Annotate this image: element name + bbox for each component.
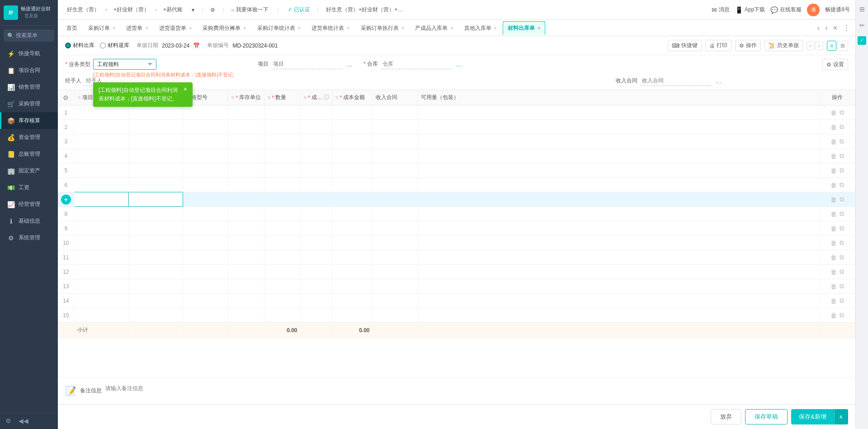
topbar-service[interactable]: 💬 在线客服 (770, 6, 802, 14)
tab-close-icon[interactable]: × (494, 25, 497, 31)
topbar-msg[interactable]: ✉ 消息 (712, 6, 730, 14)
delete-icon[interactable]: 🗑 (830, 167, 837, 174)
save-draft-button[interactable]: 保存草稿 (745, 409, 788, 424)
tab-close-icon[interactable]: × (189, 25, 192, 31)
sidebar-item-ops[interactable]: 📈 经营管理 (0, 196, 58, 213)
panel-icon-3[interactable]: ✓ (858, 36, 866, 45)
prev-btn[interactable]: ‹ (807, 41, 815, 50)
print-btn[interactable]: 🖨 打印 (705, 40, 731, 51)
copy-icon[interactable]: ⧉ (840, 195, 844, 203)
sidebar-item-funds[interactable]: 💰 资金管理 (0, 129, 58, 146)
doc-settings-btn[interactable]: ⚙ 设置 (822, 59, 848, 70)
tab-incoming[interactable]: 进货单 × (121, 21, 153, 35)
settings-icon[interactable]: ⚙ (5, 417, 11, 424)
nav-try[interactable]: ○ 我要体验一下 (227, 4, 272, 15)
delete-icon[interactable]: 🗑 (830, 283, 837, 290)
row7-project-input[interactable] (77, 196, 126, 203)
save-new-arrow[interactable]: ∧ (834, 409, 848, 424)
panel-icon-2[interactable]: ✏ (858, 20, 867, 31)
cost-info-icon[interactable]: ⓘ (324, 94, 329, 101)
tab-prev-icon[interactable]: ‹ (816, 23, 821, 33)
tab-close-icon[interactable]: × (450, 25, 453, 31)
tab-material-out[interactable]: 材料出库单 × (503, 21, 545, 35)
copy-icon[interactable]: ⧉ (840, 181, 844, 189)
tab-close-icon[interactable]: × (538, 25, 540, 31)
nav-settings-icon[interactable]: ⚙ (207, 5, 219, 15)
contract-input[interactable] (640, 76, 712, 86)
sidebar-item-payroll[interactable]: 💵 工资 (0, 179, 58, 196)
nav-yidaizhang[interactable]: +易代账 (160, 4, 186, 15)
sidebar-item-info[interactable]: ℹ 基础信息 (0, 213, 58, 229)
tab-purchase-stat[interactable]: 采购订单统计表 × (252, 21, 306, 35)
nav-dropdown[interactable]: ▾ (188, 5, 198, 15)
delete-icon[interactable]: 🗑 (830, 297, 837, 305)
tab-purchase-exec[interactable]: 采购订单执行表 × (356, 21, 409, 35)
sidebar-item-project[interactable]: 📋 项目合同 (0, 62, 58, 79)
panel-icon-1[interactable]: ⊞ (858, 4, 867, 14)
delete-icon[interactable]: 🗑 (830, 138, 837, 145)
nav-haoshengyi[interactable]: 好生意（营） (63, 4, 103, 15)
tab-purchase-order[interactable]: 采购订单 × (83, 21, 120, 35)
delete-icon[interactable]: 🗑 (830, 312, 837, 319)
tab-close-icon[interactable]: × (113, 25, 115, 31)
sidebar-item-assets[interactable]: 🏢 固定资产 (0, 162, 58, 179)
warehouse-input[interactable] (381, 59, 452, 69)
tab-home[interactable]: 首页 (61, 21, 82, 35)
save-new-button[interactable]: 保存&新增 (791, 409, 834, 424)
copy-icon[interactable]: ⧉ (840, 268, 844, 276)
tab-close-icon[interactable]: × (243, 25, 246, 31)
copy-icon[interactable]: ⧉ (840, 297, 844, 305)
radio-material-return[interactable]: 材料退库 (100, 42, 129, 49)
copy-icon[interactable]: ⧉ (840, 311, 844, 319)
copy-icon[interactable]: ⧉ (840, 167, 844, 174)
table-settings-icon[interactable]: ⚙ (63, 94, 69, 101)
tab-product-in[interactable]: 产成品入库单 × (410, 21, 458, 35)
copy-icon[interactable]: ⧉ (840, 109, 844, 116)
tab-menu-icon[interactable]: ⋮ (841, 23, 852, 33)
delete-icon[interactable]: 🗑 (830, 268, 837, 276)
next-btn[interactable]: › (815, 41, 823, 50)
row7-material-input[interactable] (132, 196, 180, 203)
tab-purchase-expense[interactable]: 采购费用分摊单 × (198, 21, 251, 35)
list-view-btn[interactable]: ≡ (827, 41, 836, 51)
sidebar-item-sales[interactable]: 📊 销售管理 (0, 79, 58, 95)
copy-icon[interactable]: ⧉ (840, 152, 844, 160)
tab-incoming-return[interactable]: 进货退货单 × (154, 21, 197, 35)
notes-input[interactable] (105, 385, 848, 397)
sidebar-item-ledger[interactable]: 📒 总账管理 (0, 146, 58, 162)
copy-icon[interactable]: ⧉ (840, 138, 844, 145)
topbar-app[interactable]: 📱 App下载 (735, 6, 765, 14)
delete-icon[interactable]: 🗑 (830, 239, 837, 247)
tab-close-icon[interactable]: × (145, 25, 148, 31)
copy-icon[interactable]: ⧉ (840, 210, 844, 218)
tab-incoming-stat[interactable]: 进货单统计表 × (307, 21, 354, 35)
delete-icon[interactable]: 🗑 (830, 124, 837, 131)
biz-type-select[interactable]: 工程领料 直接领料 (93, 59, 156, 70)
nav-haoyecai[interactable]: +好业财（营） (110, 4, 153, 15)
tab-close-icon[interactable]: × (347, 25, 349, 31)
discard-button[interactable]: 放弃 (711, 409, 741, 424)
delete-icon[interactable]: 🗑 (830, 153, 837, 160)
copy-icon[interactable]: ⧉ (840, 282, 844, 290)
copy-icon[interactable]: ⧉ (840, 224, 844, 232)
collapse-icon[interactable]: ◀◀ (19, 417, 28, 424)
calendar-icon[interactable]: 📅 (193, 43, 200, 49)
warehouse-dots-btn[interactable]: … (456, 61, 462, 68)
delete-icon[interactable]: 🗑 (830, 210, 837, 218)
delete-icon[interactable]: 🗑 (830, 181, 837, 189)
delete-icon[interactable]: 🗑 (830, 109, 837, 116)
project-input[interactable] (271, 59, 343, 69)
copy-icon[interactable]: ⧉ (840, 123, 844, 131)
delete-icon[interactable]: 🗑 (830, 254, 837, 261)
sidebar-search[interactable]: 🔍 搜索菜单 (4, 29, 54, 42)
tab-next-icon[interactable]: › (823, 23, 829, 33)
copy-icon[interactable]: ⧉ (840, 239, 844, 247)
history-btn[interactable]: 📜 历史单据 (764, 40, 803, 51)
grid-view-btn[interactable]: ⊞ (837, 41, 848, 51)
tab-other-in[interactable]: 其他入库单 × (459, 21, 502, 35)
operation-btn[interactable]: ⚙ 操作 (735, 40, 761, 51)
delete-icon[interactable]: 🗑 (830, 196, 837, 203)
tab-close-all-icon[interactable]: × (831, 23, 839, 33)
copy-icon[interactable]: ⧉ (840, 253, 844, 261)
sidebar-item-quick[interactable]: ⚡ 快捷导航 (0, 45, 58, 62)
